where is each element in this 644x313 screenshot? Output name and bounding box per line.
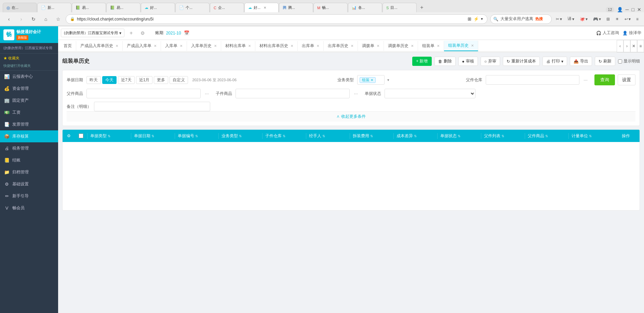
- tab-close-transfer[interactable]: ✕: [377, 44, 379, 48]
- maximize-icon[interactable]: □: [632, 7, 634, 12]
- th-parent-goods[interactable]: 父件商品 ⇅: [525, 133, 568, 139]
- sidebar-item-settings[interactable]: ⚙ 基础设置: [0, 178, 58, 190]
- child-goods-input[interactable]: [236, 89, 350, 98]
- collapse-bar[interactable]: ∧ 收起更多条件: [67, 111, 635, 122]
- table-select-all[interactable]: [75, 133, 87, 138]
- sidebar-item-fund[interactable]: 💰 资金管理: [0, 83, 58, 95]
- th-biz-type[interactable]: 业务类型 ⇅: [218, 133, 262, 139]
- browser-tab-8[interactable]: 腾 腾...: [279, 3, 313, 12]
- browser-tab-2[interactable]: 📗 易...: [72, 3, 106, 12]
- brightness-tool[interactable]: ☀: [614, 16, 620, 22]
- dropdown-icon[interactable]: ▾: [481, 17, 483, 21]
- recalculate-button[interactable]: ↻ 重新计算成本: [503, 57, 540, 66]
- th-type[interactable]: 单据类型 ⇅: [87, 133, 131, 139]
- translate-tool[interactable]: 译▾: [566, 15, 576, 23]
- th-status[interactable]: 单据状态 ⇅: [437, 133, 481, 139]
- scissors-tool[interactable]: ✂▾: [554, 16, 563, 22]
- refresh-button[interactable]: ↻ 刷新: [595, 57, 615, 66]
- child-goods-more[interactable]: ···: [352, 91, 359, 96]
- sidebar-item-vip[interactable]: V 畅会员: [0, 202, 58, 214]
- tab-close-outbound-history[interactable]: ✕: [351, 44, 353, 48]
- tab-close-assembly-history[interactable]: ✕: [471, 44, 474, 47]
- biz-type-dropdown-icon[interactable]: ▾: [387, 78, 389, 82]
- date-btn-7days[interactable]: 近7天: [118, 76, 135, 84]
- forward-button[interactable]: ›: [16, 14, 26, 24]
- qr-icon[interactable]: ⊞: [468, 16, 471, 22]
- tab-finished-in-history[interactable]: 产成品入库单历史 ✕: [76, 41, 123, 51]
- sidebar-item-archive[interactable]: 📁 归档管理: [0, 166, 58, 178]
- th-handler[interactable]: 经手人 ⇅: [306, 133, 350, 139]
- browser-tab-11[interactable]: S 目...: [383, 3, 417, 12]
- th-number[interactable]: 单据编号 ⇅: [175, 133, 218, 139]
- sidebar-item-cloud-report[interactable]: 📊 云报表中心: [0, 71, 58, 83]
- tab-inbound-history[interactable]: 入库单历史 ✕: [187, 41, 221, 51]
- tab-close-inbound[interactable]: ✕: [180, 44, 183, 48]
- browser-tab-4[interactable]: ☁ 好...: [141, 3, 175, 12]
- consultant-button[interactable]: 🎧 人工咨询: [596, 30, 619, 36]
- biz-type-input[interactable]: 组装 ✕: [357, 75, 385, 85]
- filter-settings-button[interactable]: 设置: [618, 74, 635, 85]
- user-avatar[interactable]: 👤 徐泽华: [622, 30, 641, 36]
- tab-next-arrow[interactable]: ›: [623, 40, 630, 52]
- browser-tab-1[interactable]: 📄 新...: [37, 3, 71, 12]
- remark-input[interactable]: [94, 102, 210, 111]
- tab-close-material-out-history[interactable]: ✕: [291, 44, 293, 48]
- tab-home[interactable]: 首页: [59, 41, 76, 51]
- export-button[interactable]: 📤 导出: [570, 57, 592, 66]
- parent-goods-input[interactable]: [86, 89, 201, 98]
- address-box[interactable]: 🔒 https://cloud.chanjet.com/accounting/u…: [66, 14, 487, 24]
- tab-assembly[interactable]: 组装单 ✕: [418, 41, 444, 51]
- settings-gear-button[interactable]: ⚙: [138, 28, 148, 38]
- new-tab-button[interactable]: +: [417, 3, 427, 12]
- tab-close-finished-in-history[interactable]: ✕: [116, 44, 118, 48]
- date-btn-custom[interactable]: 自定义: [170, 76, 188, 84]
- date-btn-today[interactable]: 今天: [102, 76, 117, 84]
- tab-close-all[interactable]: ✕: [630, 40, 637, 52]
- tab-inbound[interactable]: 入库单 ✕: [161, 41, 187, 51]
- tab-assembly-history[interactable]: 组装单历史 ✕: [444, 41, 478, 51]
- browser-tab-10[interactable]: 📊 各...: [348, 3, 382, 12]
- tab-close-finished-in[interactable]: ✕: [154, 44, 157, 48]
- company-selector[interactable]: (勿删勿禁用）江西服宝测试专用 ▾: [61, 29, 124, 37]
- browser-tab-5[interactable]: 📄 个...: [175, 3, 210, 12]
- browser-tab-0[interactable]: ◎ 在...: [3, 3, 37, 12]
- sidebar-favorites-sub[interactable]: 快捷键打开收藏夹: [0, 63, 58, 71]
- query-button[interactable]: 查询: [594, 74, 615, 85]
- tab-material-out[interactable]: 材料出库单 ✕: [221, 41, 255, 51]
- undo-tool[interactable]: ↩▾: [623, 16, 632, 22]
- date-btn-1month[interactable]: 近1月: [136, 76, 153, 84]
- biz-type-tag-remove[interactable]: ✕: [371, 78, 373, 82]
- date-btn-more[interactable]: 更多: [154, 76, 168, 84]
- back-button[interactable]: ‹: [4, 14, 14, 24]
- browser-tab-7[interactable]: ☁ 好... ✕: [244, 3, 279, 12]
- sidebar-item-invoice[interactable]: 📑 发票管理: [0, 118, 58, 130]
- display-detail-toggle[interactable]: 显示明细: [618, 58, 640, 64]
- parent-goods-more[interactable]: ···: [203, 91, 210, 96]
- display-detail-checkbox[interactable]: [618, 59, 622, 63]
- browser-tab-3[interactable]: 📗 易...: [106, 3, 140, 12]
- bookmark-button[interactable]: ☆: [53, 14, 63, 24]
- th-unit[interactable]: 计量单位 ⇅: [568, 133, 612, 139]
- tab-transfer-history[interactable]: 调拨单历史 ✕: [384, 41, 418, 51]
- calendar-icon[interactable]: 📅: [184, 30, 189, 35]
- add-company-button[interactable]: +: [126, 28, 136, 38]
- tab-transfer[interactable]: 调拨单 ✕: [358, 41, 384, 51]
- search-box[interactable]: 🔍 大量安卓用户逃离 热搜: [490, 14, 552, 24]
- parent-warehouse-input[interactable]: [486, 75, 579, 85]
- tab-outbound-history[interactable]: 出库单历史 ✕: [324, 41, 358, 51]
- sidebar-item-fixed-asset[interactable]: 🏢 固定资产: [0, 95, 58, 106]
- sidebar-item-salary[interactable]: 💵 工资: [0, 106, 58, 118]
- parent-warehouse-more[interactable]: ···: [582, 77, 589, 83]
- th-disassembly-cost[interactable]: 拆装费用 ⇅: [350, 133, 393, 139]
- profile-icon[interactable]: 👤: [617, 7, 623, 12]
- th-cost-diff[interactable]: 成本差异 ⇅: [393, 133, 437, 139]
- th-date[interactable]: 单据日期 ⇅: [131, 133, 175, 139]
- close-icon[interactable]: ✕: [637, 7, 641, 12]
- th-child-warehouse[interactable]: 子件仓库 ⇅: [262, 133, 306, 139]
- sidebar-favorites[interactable]: ★ 收藏夹: [0, 54, 58, 63]
- select-all-checkbox[interactable]: [79, 133, 83, 138]
- tab-close-material-out[interactable]: ✕: [248, 44, 251, 48]
- tab-menu[interactable]: ≡: [637, 40, 644, 52]
- status-select[interactable]: [385, 89, 475, 98]
- sidebar-item-tax[interactable]: 🖨 税务管理: [0, 142, 58, 154]
